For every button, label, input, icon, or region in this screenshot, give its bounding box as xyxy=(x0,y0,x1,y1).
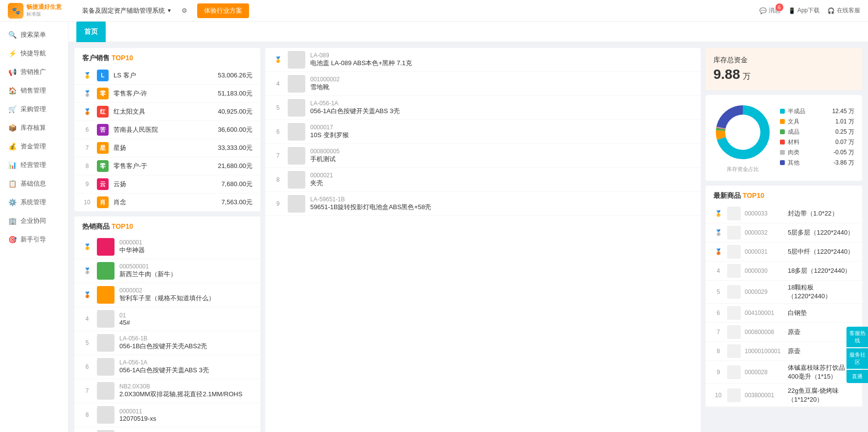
product-thumbnail xyxy=(288,195,305,213)
sidebar-item-inventory[interactable]: 📦 库存核算 xyxy=(0,119,68,137)
mid-products-card: 🥇 LA-089 电池盖 LA-089 ABS本色+黑种 7.1克 4 0010… xyxy=(265,48,701,432)
new-products-title: 最新商品 TOP10 xyxy=(706,186,862,204)
rank-number: 7 xyxy=(713,329,723,336)
product-name: 电池盖 LA-089 ABS本色+黑种 7.1克 xyxy=(310,59,693,68)
product-name: 手机测试 xyxy=(310,155,693,164)
hot-product-row: 4 01 45# xyxy=(74,307,260,331)
legend-category-value: -3.86 万 xyxy=(833,159,854,167)
hot-product-row: 7 NB2.0X30B 2.0X30MM双排花轴,摇花直径2.1MM/ROHS xyxy=(74,379,260,403)
sidebar-item-quicknav[interactable]: ⚡ 快捷导航 xyxy=(0,44,68,63)
new-product-thumbnail xyxy=(727,344,741,358)
main-layout: 🔍 搜索菜单 ⚡ 快捷导航 📢 营销推广 🏠 销售管理 🛒 采购管理 📦 库存核… xyxy=(0,22,868,432)
legend-category-name: 半成品 xyxy=(788,107,829,116)
sidebar-item-sales[interactable]: 🏠 销售管理 xyxy=(0,81,68,100)
new-product-code: 004100001 xyxy=(745,310,784,316)
legend-category-name: 其他 xyxy=(788,159,830,167)
new-products-table: 🥇 0000033 封边带（1.0*22） 🥈 0000032 5层多层（122… xyxy=(706,204,862,407)
app-download-button[interactable]: 📱 App下载 xyxy=(788,6,820,15)
product-code: LA-056-1A xyxy=(310,100,693,107)
legend-item: 肉类 -0.05 万 xyxy=(780,148,854,157)
sidebar-item-system[interactable]: ⚙️ 系统管理 xyxy=(0,193,68,212)
new-product-code: 0000031 xyxy=(745,248,784,255)
new-product-name: 5层多层（1220*2440） xyxy=(788,228,854,237)
mid-product-row: 4 001000002 雪地靴 xyxy=(265,72,701,96)
product-code: 000500001 xyxy=(119,263,252,270)
customer-amount: 40,925.00元 xyxy=(218,107,252,116)
customer-row: 🥈 零 零售客户-许 51,183.00元 xyxy=(74,85,260,103)
settings-button[interactable]: ⚙ xyxy=(178,4,191,18)
product-name: 夹壳 xyxy=(310,179,693,188)
customer-row: 🥉 红 红太阳文具 40,925.00元 xyxy=(74,103,260,121)
basicinfo-icon: 📋 xyxy=(8,179,17,188)
new-product-name: 原壶 xyxy=(788,328,854,336)
product-info: 0000017 10S 变刹罗猴 xyxy=(310,124,693,140)
inventory-amount: 9.88 xyxy=(713,67,740,82)
home-tab[interactable]: 首页 xyxy=(76,22,106,42)
mid-column: 🥇 LA-089 电池盖 LA-089 ABS本色+黑种 7.1克 4 0010… xyxy=(265,48,701,432)
sidebar-item-marketing[interactable]: 📢 营销推广 xyxy=(0,63,68,81)
home-icon: ⚡ xyxy=(8,49,17,58)
product-info: 000800005 手机测试 xyxy=(310,148,693,164)
sidebar-item-guide[interactable]: 🎯 新手引导 xyxy=(0,230,68,249)
notification-button[interactable]: 💬 消息 6 xyxy=(759,6,780,15)
product-code: NB2.0X30B xyxy=(119,383,252,390)
sidebar-label-finance: 资金管理 xyxy=(21,142,46,151)
new-product-row: 4 0000030 18多层（1220*2440） xyxy=(706,262,862,281)
legend-color-dot xyxy=(780,160,785,165)
system-name: 装备及固定资产辅助管理系统 xyxy=(82,6,165,15)
product-thumbnail xyxy=(97,406,114,424)
customer-sales-title: 客户销售 TOP10 xyxy=(74,48,260,67)
product-info: LA-056-1A 056-1A白色按键开关盖ABS 3壳 xyxy=(310,100,693,116)
new-products-highlight: TOP10 xyxy=(743,192,764,199)
customer-name: LS 客户 xyxy=(114,71,213,80)
float-buttons: 客服热线 服务社区 直播 xyxy=(846,327,868,383)
donut-center xyxy=(725,115,760,150)
legend-color-dot xyxy=(780,119,785,124)
customer-service-button[interactable]: 客服热线 xyxy=(846,327,868,347)
legend-item: 成品 0.25 万 xyxy=(780,128,854,136)
legend-color-dot xyxy=(780,129,785,134)
sidebar-item-enterprise[interactable]: 🏢 企业协同 xyxy=(0,212,68,230)
sidebar-label-guide: 新手引导 xyxy=(21,235,46,244)
rank-number: 4 xyxy=(82,315,92,322)
trial-button[interactable]: 体验行业方案 xyxy=(197,3,249,18)
customer-row: 6 苦 苦南县人民医院 36,600.00元 xyxy=(74,121,260,139)
donut-chart-label: 库存资金占比 xyxy=(727,166,759,173)
product-code: 0000001 xyxy=(119,239,252,246)
rank-number: 🥉 xyxy=(713,248,723,255)
sidebar-item-operations[interactable]: 📊 经营管理 xyxy=(0,156,68,174)
donut-legend: 半成品 12.45 万 文具 1.01 万 成品 0.25 万 材料 0.07 … xyxy=(780,107,854,169)
service-community-button[interactable]: 服务社区 xyxy=(846,348,868,369)
rank-number: 🥈 xyxy=(82,267,92,274)
service-button[interactable]: 🎧 在线客服 xyxy=(827,6,860,15)
content-area: 首页 客户销售 TOP10 🥇 L LS 客户 53,006.26元 🥈 零 零… xyxy=(69,22,868,432)
product-code: 0000021 xyxy=(310,172,693,179)
inventory-total-label: 库存总资金 xyxy=(713,56,854,65)
sidebar-item-finance[interactable]: 💰 资金管理 xyxy=(0,137,68,156)
sidebar-item-purchase[interactable]: 🛒 采购管理 xyxy=(0,100,68,119)
rank-number: 🥈 xyxy=(82,90,92,97)
customer-row: 9 云 云扬 7,680.00元 xyxy=(74,175,260,193)
rank-number: 9 xyxy=(82,181,92,188)
live-button[interactable]: 直播 xyxy=(846,370,868,383)
inventory-unit: 万 xyxy=(743,72,751,80)
new-product-code: 0000032 xyxy=(745,229,784,236)
sidebar-label-sales: 销售管理 xyxy=(21,86,46,95)
sidebar-item-basicinfo[interactable]: 📋 基础信息 xyxy=(0,174,68,193)
product-info: 000500001 新西兰牛肉（新牛） xyxy=(119,263,252,279)
finance-icon: 💰 xyxy=(8,142,17,151)
new-product-row: 5 0000029 18颗粒板（1220*2440） xyxy=(706,281,862,304)
sales-icon: 🏠 xyxy=(8,86,17,95)
breadcrumb: 首页 xyxy=(69,22,868,42)
rank-number: 4 xyxy=(273,80,283,87)
sidebar-label-marketing: 营销推广 xyxy=(21,68,46,76)
sidebar-item-search[interactable]: 🔍 搜索菜单 xyxy=(0,25,68,44)
product-name: 056-1B白色按键开关壳ABS2壳 xyxy=(119,342,252,351)
hot-product-row: 🥈 000500001 新西兰牛肉（新牛） xyxy=(74,259,260,283)
new-product-row: 🥇 0000033 封边带（1.0*22） xyxy=(706,204,862,223)
system-selector[interactable]: 装备及固定资产辅助管理系统 ▼ xyxy=(82,6,172,15)
legend-category-value: 0.07 万 xyxy=(835,138,854,146)
rank-number: 10 xyxy=(713,392,723,399)
customer-avatar: 星 xyxy=(97,142,109,154)
inventory-icon: 📦 xyxy=(8,123,17,132)
